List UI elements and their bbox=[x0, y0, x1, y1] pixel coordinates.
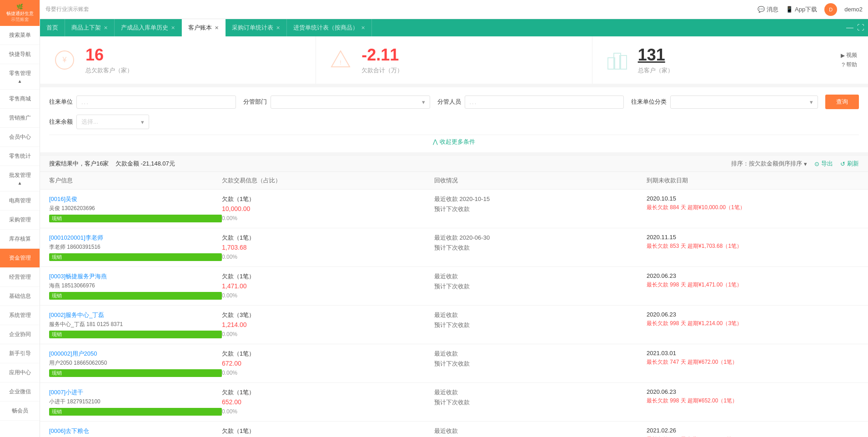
customer-name-link-4[interactable]: [000002]用户2050 bbox=[49, 350, 222, 358]
sidebar-item-retail-mgmt[interactable]: 零售管理▲ bbox=[0, 64, 40, 90]
sidebar-item-ecommerce[interactable]: 电商管理 bbox=[0, 191, 40, 211]
customer-name-link-2[interactable]: [0003]畅捷服务尹海燕 bbox=[49, 272, 222, 281]
filter-source-unit: 往来单位 ... bbox=[49, 95, 236, 109]
last-collection-3: 最近收款 bbox=[434, 311, 647, 319]
unit-class-label: 往来单位分类 bbox=[631, 98, 667, 106]
sidebar-logo[interactable]: 🌿 畅捷通好生意 示范账套 bbox=[0, 0, 40, 26]
overdue-amount-link-2[interactable]: 超期¥1,471.00（1笔） bbox=[687, 281, 742, 288]
customer-phone-3: 服务中心_丁磊 181 0125 8371 bbox=[49, 321, 222, 328]
customer-name-link-5[interactable]: [0007]小进干 bbox=[49, 388, 222, 397]
tab-home[interactable]: 首页 bbox=[40, 19, 65, 36]
debt-percent-1: 0.00% bbox=[222, 254, 434, 260]
tab-production[interactable]: 产成品入库单历史✕ bbox=[115, 19, 182, 36]
app-download-btn[interactable]: 📱 App下载 bbox=[786, 5, 817, 14]
sidebar-item-label: 资金管理 bbox=[9, 254, 31, 262]
tabs-minimize-icon[interactable]: — bbox=[846, 24, 853, 32]
overdue-amount-link-1[interactable]: 超期¥1,703.68（1笔） bbox=[687, 243, 742, 249]
overdue-amount-link-0[interactable]: 超期¥10,000.00（1笔） bbox=[687, 204, 745, 211]
tab-inventory-stats[interactable]: 进货单统计表（按商品）✕ bbox=[287, 19, 372, 36]
recovery-info-3: 最近收款 预计下次收款 bbox=[434, 311, 647, 329]
sidebar-item-new-guide[interactable]: 新手引导 bbox=[0, 344, 40, 363]
debt-info-0: 欠款（1笔） 10,000.00 0.00% bbox=[222, 195, 434, 221]
sidebar-item-retail-stats[interactable]: 零售统计 bbox=[0, 147, 40, 166]
video-action-btn[interactable]: ▶ 视频 bbox=[841, 51, 857, 59]
stat-label-debtors: 总欠款客户（家） bbox=[85, 66, 133, 75]
overdue-amount-link-3[interactable]: 超期¥1,214.00（3笔） bbox=[687, 320, 742, 326]
tab-label-purchase-orders: 采购订单统计表 bbox=[232, 24, 273, 32]
sidebar-item-basic-info[interactable]: 基础信息 bbox=[0, 287, 40, 306]
overdue-amount-link-5[interactable]: 超期¥652.00（1笔） bbox=[687, 397, 738, 404]
debt-info-1: 欠款（1笔） 1,703.68 0.00% bbox=[222, 234, 434, 260]
search-button[interactable]: 查询 bbox=[825, 95, 859, 109]
tab-label-products: 商品上下架 bbox=[71, 24, 101, 32]
logo-subtitle: 示范账套 bbox=[2, 16, 38, 22]
customer-phone-2: 海燕 18513066976 bbox=[49, 282, 222, 290]
tab-label-home: 首页 bbox=[46, 24, 58, 32]
overdue-amount-link-4[interactable]: 超期¥672.00（1笔） bbox=[687, 359, 738, 365]
refresh-button[interactable]: ↺ 刷新 bbox=[840, 160, 859, 168]
sort-button[interactable]: 排序：按欠款金额倒序排序 ▾ bbox=[731, 160, 807, 168]
sidebar-item-search[interactable]: 搜索菜单 bbox=[0, 26, 40, 45]
stat-number-total-debt: -2.11 bbox=[361, 45, 403, 65]
next-collection-4: 预计下次收款 bbox=[434, 360, 647, 368]
customer-name-link-6[interactable]: [0006]去下粮仓 bbox=[49, 427, 222, 435]
sidebar-item-label: 系统管理 bbox=[9, 311, 31, 319]
help-action-btn[interactable]: ? 帮助 bbox=[842, 61, 857, 69]
tab-customer-accounts[interactable]: 客户账本✕ bbox=[182, 19, 226, 36]
stat-label-total-debt: 欠款合计（万） bbox=[361, 66, 403, 75]
debt-percent-3: 0.00% bbox=[222, 331, 434, 337]
col-header-customer: 客户信息 bbox=[49, 176, 222, 185]
sidebar-item-finance[interactable]: 资金管理 bbox=[0, 249, 40, 268]
source-unit-input[interactable]: ... bbox=[76, 95, 236, 109]
tab-close-customer-accounts[interactable]: ✕ bbox=[215, 25, 219, 31]
logo-text-line1: 🌿 bbox=[2, 4, 38, 11]
svg-text:!: ! bbox=[340, 60, 341, 66]
overdue-days-2: 最长欠款 998 天 超期¥1,471.00（1笔） bbox=[647, 281, 859, 289]
sidebar-item-purchase-mgmt[interactable]: 采购管理 bbox=[0, 211, 40, 230]
user-avatar[interactable]: D bbox=[824, 3, 837, 16]
tab-close-products[interactable]: ✕ bbox=[104, 25, 108, 31]
sidebar-item-retail-mall[interactable]: 零售商城 bbox=[0, 90, 40, 109]
tab-close-purchase-orders[interactable]: ✕ bbox=[276, 25, 280, 31]
manager-input[interactable]: ... bbox=[465, 95, 624, 109]
sidebar-item-label: 库存核算 bbox=[9, 235, 31, 243]
stat-card-total-debt: ! -2.11 欠款合计（万） bbox=[316, 36, 592, 84]
unit-class-select[interactable]: ▾ bbox=[670, 95, 818, 109]
sidebar-item-enterprise-wechat[interactable]: 企业微信 bbox=[0, 382, 40, 402]
tab-close-production[interactable]: ✕ bbox=[171, 25, 175, 31]
tab-products[interactable]: 商品上下架✕ bbox=[65, 19, 115, 36]
sidebar-item-enterprise-collab[interactable]: 企业协同 bbox=[0, 325, 40, 344]
sidebar-item-label: 企业微信 bbox=[9, 388, 31, 396]
customer-name-link-1[interactable]: [0001020001]李老师 bbox=[49, 234, 222, 242]
customer-name-link-0[interactable]: [0016]吴俊 bbox=[49, 195, 222, 203]
sidebar-item-app-center[interactable]: 应用中心 bbox=[0, 363, 40, 382]
balance-select[interactable]: 选择... ▾ bbox=[76, 115, 149, 129]
sidebar-item-batch-mgmt[interactable]: 批发管理▲ bbox=[0, 166, 40, 191]
sidebar-item-label: 经营管理 bbox=[9, 273, 31, 281]
sidebar-item-marketing[interactable]: 营销推广 bbox=[0, 109, 40, 128]
sidebar-item-quick-nav[interactable]: 快捷导航 bbox=[0, 45, 40, 64]
sidebar-item-label: 营销推广 bbox=[9, 114, 31, 122]
tab-purchase-orders[interactable]: 采购订单统计表✕ bbox=[226, 19, 287, 36]
source-unit-label: 往来单位 bbox=[49, 98, 73, 106]
sidebar-item-member-center[interactable]: 会员中心 bbox=[0, 128, 40, 147]
due-info-2: 2020.06.23 最长欠款 998 天 超期¥1,471.00（1笔） bbox=[647, 272, 859, 289]
sidebar-item-label: 零售管理 bbox=[9, 70, 31, 77]
sort-chevron-icon: ▾ bbox=[804, 161, 807, 167]
tabs-maximize-icon[interactable]: ⛶ bbox=[857, 24, 864, 32]
filter-collapse-btn[interactable]: ⋀ 收起更多条件 bbox=[49, 135, 859, 149]
next-collection-2: 预计下次收款 bbox=[434, 282, 647, 291]
tab-close-inventory-stats[interactable]: ✕ bbox=[361, 25, 365, 31]
stat-label-total-customers: 总客户（家） bbox=[638, 66, 673, 75]
sidebar-item-system-mgmt[interactable]: 系统管理 bbox=[0, 306, 40, 325]
sidebar-item-operations[interactable]: 经营管理 bbox=[0, 268, 40, 287]
logo-text-line2: 畅捷通好生意 bbox=[2, 11, 38, 16]
customer-phone-5: 小进干 18279152100 bbox=[49, 398, 222, 406]
customer-name-link-3[interactable]: [0002]服务中心_丁磊 bbox=[49, 311, 222, 319]
sidebar-item-member-vip[interactable]: 畅会员 bbox=[0, 402, 40, 421]
recovery-info-5: 最近收款 预计下次收款 bbox=[434, 388, 647, 407]
division-select[interactable]: ▾ bbox=[271, 95, 430, 109]
message-btn[interactable]: 💬 消息 bbox=[758, 5, 778, 14]
sidebar-item-inventory[interactable]: 库存核算 bbox=[0, 230, 40, 249]
export-button[interactable]: ⊙ 导出 bbox=[814, 160, 833, 168]
